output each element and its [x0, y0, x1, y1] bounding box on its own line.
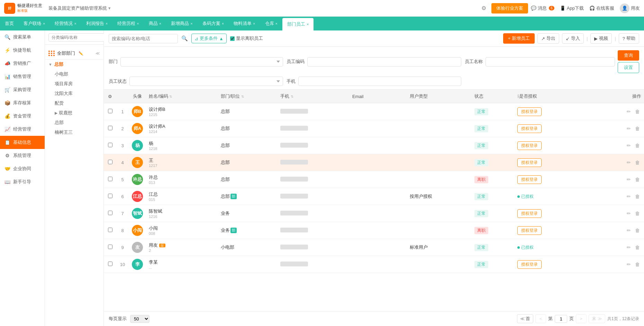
row-checkbox[interactable]	[108, 194, 112, 198]
row-checkbox[interactable]	[108, 177, 112, 181]
edit-btn[interactable]: ✏	[625, 108, 632, 115]
sidebar-item-purchase[interactable]: 🛒 采购管理	[0, 83, 45, 96]
tree-search-input[interactable]	[48, 33, 107, 42]
tab-close-new-goods[interactable]: ×	[190, 21, 192, 26]
tab-close-history[interactable]: ×	[137, 21, 139, 26]
tree-node-peihuo[interactable]: 配货	[45, 98, 103, 108]
tree-node-shenyang[interactable]: 沈阳大库	[45, 89, 103, 98]
sidebar-item-finance[interactable]: 💰 资金管理	[0, 109, 45, 123]
edit-btn[interactable]: ✏	[625, 176, 632, 183]
gear-button[interactable]: ⚙	[479, 3, 489, 13]
phone-input[interactable]	[298, 77, 461, 86]
query-button[interactable]: 查询	[618, 50, 639, 61]
tab-home[interactable]: 首页	[0, 17, 19, 30]
search-button[interactable]: 🔍	[181, 35, 188, 42]
page-number-input[interactable]	[555, 315, 567, 323]
message-item[interactable]: 💬 消息 6	[531, 5, 554, 11]
sys-title-arrow-icon[interactable]: ▾	[108, 6, 111, 11]
per-page-select[interactable]: 50 100	[130, 315, 149, 323]
edit-btn[interactable]: ✏	[625, 244, 632, 251]
sidebar-item-sales[interactable]: 📊 销售管理	[0, 70, 45, 83]
first-page-btn[interactable]: ≪ 首	[517, 314, 534, 323]
delete-btn[interactable]: 🗑	[634, 108, 641, 115]
delete-btn[interactable]: 🗑	[634, 176, 641, 183]
auth-login-btn[interactable]: 授权登录	[517, 124, 542, 133]
tab-profit[interactable]: 利润报告 ×	[81, 17, 112, 30]
edit-btn[interactable]: ✏	[625, 227, 632, 234]
tab-close-profit[interactable]: ×	[106, 21, 108, 26]
delete-btn[interactable]: 🗑	[634, 142, 641, 149]
sidebar-item-nav[interactable]: ⚡ 快捷导航	[0, 44, 45, 57]
row-checkbox[interactable]	[108, 211, 112, 215]
dept-select[interactable]	[120, 57, 283, 67]
show-resigned-label[interactable]: 显示离职员工	[230, 35, 263, 42]
edit-btn[interactable]: ✏	[625, 125, 632, 132]
delete-btn[interactable]: 🗑	[634, 244, 641, 251]
emp-name-input[interactable]	[486, 57, 615, 67]
row-checkbox[interactable]	[108, 109, 112, 113]
sidebar-item-inventory[interactable]: 📦 库存核算	[0, 96, 45, 109]
delete-btn[interactable]: 🗑	[634, 227, 641, 234]
set-button[interactable]: 设置	[618, 62, 639, 73]
tree-edit-icon[interactable]: ✏️	[79, 51, 83, 56]
tab-business[interactable]: 经营情况 ×	[50, 17, 81, 30]
next-page-btn[interactable]: ＞	[576, 314, 587, 323]
trial-button[interactable]: 体验行业方案	[491, 3, 528, 14]
row-checkbox[interactable]	[108, 160, 112, 164]
sort-icon-phone[interactable]: ⇅	[291, 95, 293, 98]
emp-status-select[interactable]	[129, 77, 283, 86]
row-checkbox[interactable]	[108, 245, 112, 249]
sidebar-item-operation[interactable]: 📈 经营管理	[0, 123, 45, 136]
info-icon[interactable]: ℹ	[517, 94, 519, 99]
edit-btn[interactable]: ✏	[625, 193, 632, 200]
auth-login-btn[interactable]: 授权登录	[517, 175, 542, 184]
tab-close-goods[interactable]: ×	[159, 21, 161, 26]
user-item[interactable]: 👤 用友	[620, 3, 640, 13]
edit-btn[interactable]: ✏	[625, 210, 632, 217]
help-button[interactable]: ? 帮助	[619, 33, 639, 44]
last-page-btn[interactable]: 末 ≫	[589, 314, 605, 323]
search-input[interactable]	[109, 34, 178, 43]
tree-node-nanshu[interactable]: 楠树王三	[45, 127, 103, 137]
show-resigned-checkbox[interactable]	[230, 36, 235, 41]
sort-icon-dept[interactable]: ⇅	[241, 95, 244, 98]
delete-btn[interactable]: 🗑	[634, 159, 641, 166]
tree-section-general[interactable]: ▼ 总部	[45, 60, 103, 69]
col-dept-header[interactable]: 部门/职位 ⇅	[218, 90, 278, 103]
import-button[interactable]: ↙ 导入	[562, 33, 584, 44]
prev-page-btn[interactable]: ＜	[535, 314, 546, 323]
delete-btn[interactable]: 🗑	[634, 193, 641, 200]
auth-login-btn[interactable]: 授权登录	[517, 158, 542, 167]
tree-collapse-btn[interactable]: ≪	[96, 51, 100, 56]
tab-customer[interactable]: 客户联络 ×	[19, 17, 50, 30]
tab-warehouse[interactable]: 仓库 ×	[260, 17, 282, 30]
sidebar-item-marketing[interactable]: 📣 营销推广	[0, 57, 45, 70]
tab-close-customer[interactable]: ×	[43, 21, 45, 26]
add-employee-button[interactable]: + 新增员工	[503, 33, 535, 44]
tab-bom[interactable]: 物料清单 ×	[229, 17, 260, 30]
app-download-item[interactable]: 📱 App下载	[560, 5, 584, 11]
delete-btn[interactable]: 🗑	[634, 210, 641, 217]
online-service-item[interactable]: 🎧 在线客服	[589, 5, 614, 11]
col-phone-header[interactable]: 手机 ⇅	[278, 90, 350, 103]
sidebar-item-search[interactable]: 🔍 搜索菜单	[0, 30, 45, 44]
sidebar-item-basic[interactable]: 📋 基础信息	[0, 136, 45, 149]
row-checkbox[interactable]	[108, 126, 112, 130]
auth-login-btn[interactable]: 授权登录	[517, 209, 542, 218]
tab-close-employees[interactable]: ×	[307, 22, 309, 26]
tree-node-shuanglu[interactable]: ▶ 双鹿想	[45, 108, 103, 118]
sidebar-item-collab[interactable]: 🤝 企业协同	[0, 162, 45, 175]
tab-employees[interactable]: 部门员工 ×	[282, 18, 314, 30]
edit-btn[interactable]: ✏	[625, 261, 632, 268]
row-checkbox[interactable]	[108, 143, 112, 147]
tree-all-dept[interactable]: 全部部门 ✏️ ≪	[45, 47, 103, 60]
tree-node-kufang[interactable]: 项目库房	[45, 79, 103, 89]
tree-node-zongbu[interactable]: 总部	[45, 118, 103, 127]
tab-history[interactable]: 经营历程 ×	[112, 17, 144, 30]
filter-more-btn[interactable]: ⊿ 更多条件 ▲	[191, 34, 227, 43]
delete-btn[interactable]: 🗑	[634, 261, 641, 268]
tree-node-xiaodibu[interactable]: 小电部	[45, 69, 103, 79]
edit-btn[interactable]: ✏	[625, 159, 632, 166]
tab-new-goods[interactable]: 新增商品 ×	[166, 17, 197, 30]
tab-close-barcode[interactable]: ×	[222, 21, 224, 26]
